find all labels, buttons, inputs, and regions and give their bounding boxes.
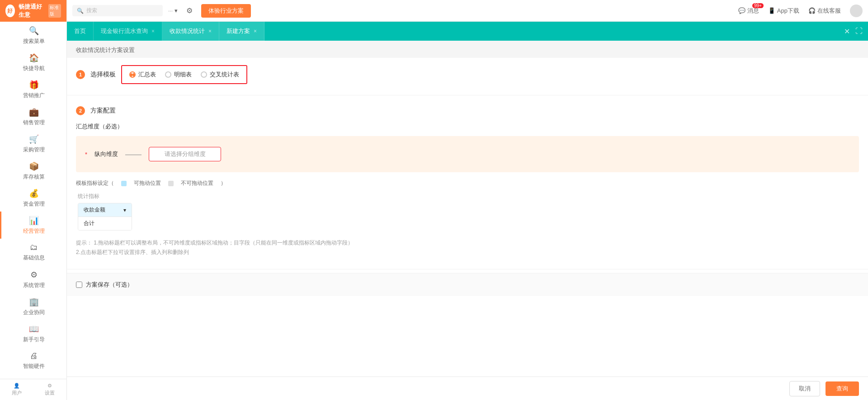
sidebar-item-label: 快捷导航 [23,65,45,72]
quick-nav-icon: 🏠 [29,53,39,63]
messages-badge: 99+ [752,3,764,8]
search-icon: 🔍 [77,8,84,14]
tab-new-scheme-close[interactable]: × [254,28,257,34]
tab-new-scheme[interactable]: 新建方案 × [219,22,264,41]
non-draggable-label: 不可拖动位置 [181,179,213,187]
tab-cash-flow-close[interactable]: × [151,28,155,34]
save-section: 方案保存（可选） [67,273,868,296]
logo-icon: 好 [5,5,15,17]
sales-icon: 💼 [29,107,39,117]
tabbar: 首页 现金银行流水查询 × 收款情况统计 × 新建方案 × ✕ ⛶ [67,22,868,41]
sidebar-item-quick-nav[interactable]: 🏠 快捷导航 [0,49,66,76]
radio-detail-circle [165,71,171,78]
app-icon: 📱 [768,7,775,14]
query-button[interactable]: 查询 [826,381,859,396]
non-draggable-indicator-dot [168,181,174,186]
sidebar-item-label: 新手引导 [23,336,45,344]
logo-text: 畅捷通好生意 [19,3,45,19]
sidebar-item-sales[interactable]: 💼 销售管理 [0,103,66,130]
cancel-button[interactable]: 取消 [789,381,820,396]
sidebar-item-enterprise[interactable]: 🏢 企业协同 [0,293,66,320]
sidebar-item-label: 资金管理 [23,200,45,208]
dimension-area: * 纵向维度 —— 请选择分组维度 [76,136,859,172]
radio-detail[interactable]: 明细表 [165,71,192,79]
sidebar-item-label: 基础信息 [23,254,45,262]
radio-detail-label: 明细表 [174,71,192,79]
tab-collection-stats-label: 收款情况统计 [170,27,205,35]
radio-summary[interactable]: 汇总表 [129,71,156,79]
save-label: 方案保存（可选） [86,281,133,289]
close-window-icon[interactable]: ✕ [844,27,850,36]
sidebar-footer-settings[interactable]: ⚙ 设置 [45,383,55,396]
topbar-right: 💬 消息 99+ 📱 App下载 🎧 在线客服 [738,5,863,17]
radio-cross-circle [201,71,207,78]
radio-cross[interactable]: 交叉统计表 [201,71,239,79]
sidebar-item-basic-info[interactable]: 🗂 基础信息 [0,239,66,266]
metrics-table-row: 合计 [78,217,132,230]
search-placeholder: 搜索 [86,7,97,14]
step2-title: 方案配置 [90,107,116,115]
tab-home[interactable]: 首页 [67,22,94,41]
hardware-icon: 🖨 [30,351,38,361]
tip-2-text: 2.点击标题栏下拉可设置排序、插入列和删除列 [76,249,189,256]
page-content: 收款情况统计方案设置 1 选择模板 汇总表 明细表 [67,41,868,376]
sidebar-item-label: 搜索菜单 [23,38,45,45]
main-card: 1 选择模板 汇总表 明细表 交叉统计表 [67,58,868,376]
sidebar-item-operations[interactable]: 📊 经营管理 [0,212,66,239]
metrics-column-header: 收款金额 [84,206,105,214]
metrics-closing: ） [221,179,226,187]
sidebar-item-wechat[interactable]: 💬 企业微信 [0,374,66,379]
system-icon: ⚙ [30,270,38,280]
sidebar-item-label: 营销推广 [23,92,45,99]
tab-collection-stats-close[interactable]: × [208,28,212,34]
main-area: 🔍 搜索 ··· ▾ ⚙ 体验行业方案 💬 消息 99+ 📱 App下载 🎧 在… [67,0,868,400]
dropdown-text: ··· [168,8,173,14]
sidebar-item-marketing[interactable]: 🎁 营销推广 [0,76,66,103]
sidebar-item-stock[interactable]: 📦 库存核算 [0,157,66,184]
draggable-indicator-dot [121,181,127,186]
metrics-indicator-row: 模板指标设定（ 可拖动位置 不可拖动位置 ） [76,179,859,187]
metrics-section-title: 统计指标 [78,193,859,200]
sidebar-item-label: 智能硬件 [23,362,45,370]
dimension-select-btn[interactable]: 请选择分组维度 [149,147,221,161]
draggable-label: 可拖动位置 [134,179,161,187]
step1-section: 1 选择模板 汇总表 明细表 交叉统计表 [67,58,868,91]
tip-2: 2.点击标题栏下拉可设置排序、插入列和删除列 [76,249,859,256]
breadcrumb-text: 收款情况统计方案设置 [76,47,135,53]
maximize-icon[interactable]: ⛶ [855,27,863,35]
app-download-label: App下载 [777,7,799,15]
sidebar-item-finance[interactable]: 💰 资金管理 [0,184,66,212]
enterprise-icon: 🏢 [29,297,39,307]
messages-item[interactable]: 💬 消息 99+ [738,7,759,15]
radio-summary-label: 汇总表 [138,71,156,79]
sidebar-footer: 👤 用户 ⚙ 设置 [0,379,66,400]
sidebar-item-guide[interactable]: 📖 新手引导 [0,320,66,347]
metrics-table-header: 收款金额 ▾ [78,203,132,217]
message-icon: 💬 [738,7,745,14]
online-service-item[interactable]: 🎧 在线客服 [808,7,841,15]
sidebar-footer-user[interactable]: 👤 用户 [12,383,22,396]
app-download-item[interactable]: 📱 App下载 [768,7,799,15]
section-divider-2 [67,269,868,269]
chevron-down-icon: ▾ [175,7,178,14]
sidebar-item-system[interactable]: ⚙ 系统管理 [0,266,66,293]
sidebar-item-hardware[interactable]: 🖨 智能硬件 [0,347,66,374]
save-checkbox[interactable] [76,282,82,288]
tip-1-text: 提示： 1.拖动标题栏可以调整布局，不可跨维度或指标区域拖动；目字段（只能在同一… [76,239,353,247]
topbar-dropdown[interactable]: ··· ▾ [168,7,178,14]
section-divider-1 [67,95,868,95]
sidebar-item-label: 经营管理 [23,227,45,235]
sidebar-item-search-menu[interactable]: 🔍 搜索菜单 [0,22,66,49]
tab-collection-stats[interactable]: 收款情况统计 × [162,22,219,41]
tab-cash-flow[interactable]: 现金银行流水查询 × [94,22,162,41]
step2-section: 2 方案配置 汇总维度（必选） * 纵向维度 —— 请选择分组维度 模板指标设定… [67,99,868,265]
user-avatar[interactable] [850,5,863,17]
radio-cross-label: 交叉统计表 [210,71,239,79]
metrics-column-dropdown-icon[interactable]: ▾ [123,207,126,213]
topbar-settings-icon[interactable]: ⚙ [183,5,196,17]
sidebar-nav: 🔍 搜索菜单 🏠 快捷导航 🎁 营销推广 💼 销售管理 🛒 采购管理 📦 库存核… [0,22,66,379]
sidebar-item-label: 库存核算 [23,173,45,181]
sidebar: 好 畅捷通好生意 标准版 🔍 搜索菜单 🏠 快捷导航 🎁 营销推广 💼 销售管理… [0,0,67,400]
sidebar-item-purchase[interactable]: 🛒 采购管理 [0,130,66,157]
trial-btn[interactable]: 体验行业方案 [201,4,251,18]
